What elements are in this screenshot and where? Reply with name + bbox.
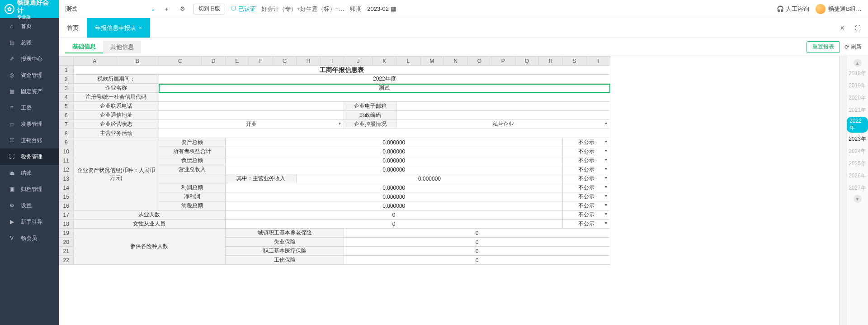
of-which-value[interactable]: 0.000000 bbox=[297, 174, 562, 183]
vertical-scrollbar[interactable] bbox=[839, 56, 846, 325]
col-header[interactable]: N bbox=[444, 57, 468, 66]
insurance-row-value[interactable]: 0 bbox=[344, 256, 610, 265]
col-header[interactable]: S bbox=[562, 57, 586, 66]
biz-status-select[interactable]: 开业 bbox=[159, 120, 344, 129]
disclose-select[interactable]: 不公示 bbox=[562, 156, 610, 165]
year-item[interactable]: 2027年 bbox=[849, 182, 866, 194]
asset-row-value[interactable]: 0.000000 bbox=[225, 165, 562, 174]
corner-cell[interactable] bbox=[59, 57, 74, 66]
year-item-current[interactable]: 2022年 bbox=[847, 117, 868, 133]
employee-count-label[interactable]: 从业人数 bbox=[73, 210, 225, 220]
verified-badge[interactable]: 🛡 已认证 bbox=[231, 5, 256, 13]
asset-row-label[interactable]: 净利润 bbox=[159, 192, 225, 201]
col-header[interactable]: G bbox=[273, 57, 297, 66]
row-header[interactable]: 12 bbox=[59, 165, 74, 174]
asset-row-value[interactable]: 0.000000 bbox=[225, 147, 562, 156]
disclose-select[interactable]: 不公示 bbox=[562, 210, 610, 220]
sidebar-item-reports[interactable]: ⇗报表中心 bbox=[0, 51, 59, 67]
company-name-input[interactable]: 测试 bbox=[159, 84, 610, 93]
year-item[interactable]: 2018年 bbox=[849, 68, 866, 79]
col-header[interactable]: K bbox=[373, 57, 396, 66]
subtab-other[interactable]: 其他信息 bbox=[103, 41, 141, 53]
col-header[interactable]: D bbox=[202, 57, 226, 66]
asset-row-label[interactable]: 负债总额 bbox=[159, 156, 225, 165]
user-menu[interactable]: 畅捷通B组… bbox=[816, 4, 862, 14]
sidebar-item-salary[interactable]: ≡工资 bbox=[0, 100, 59, 116]
close-tab-icon[interactable]: × bbox=[139, 25, 142, 31]
asset-row-label[interactable]: 纳税总额 bbox=[159, 201, 225, 210]
employee-count-value[interactable]: 0 bbox=[225, 210, 562, 220]
row-header[interactable]: 19 bbox=[59, 229, 74, 238]
disclose-select[interactable]: 不公示 bbox=[562, 147, 610, 156]
company-select[interactable]: 测试 ⌄ bbox=[65, 5, 156, 13]
col-header[interactable]: I bbox=[320, 57, 344, 66]
email-label[interactable]: 企业电子邮箱 bbox=[344, 102, 396, 111]
row-header[interactable]: 5 bbox=[59, 102, 74, 111]
asset-row-value[interactable]: 0.000000 bbox=[225, 201, 562, 210]
row-header[interactable]: 16 bbox=[59, 201, 74, 210]
row-header[interactable]: 8 bbox=[59, 129, 74, 138]
sidebar-item-stock[interactable]: ☷进销台账 bbox=[0, 132, 59, 148]
sheet-title[interactable]: 工商年报信息表 bbox=[73, 66, 610, 75]
col-header[interactable]: O bbox=[467, 57, 491, 66]
year-item[interactable]: 2019年 bbox=[849, 80, 866, 91]
col-header[interactable]: F bbox=[249, 57, 273, 66]
year-next-button[interactable]: ▼ bbox=[854, 195, 862, 203]
row-header[interactable]: 6 bbox=[59, 111, 74, 120]
disclose-select[interactable]: 不公示 bbox=[562, 220, 610, 229]
insurance-row-label[interactable]: 失业保险 bbox=[225, 238, 344, 247]
female-count-value[interactable]: 0 bbox=[225, 220, 562, 229]
addr-label[interactable]: 企业通信地址 bbox=[73, 111, 159, 120]
asset-row-empty[interactable] bbox=[159, 174, 225, 183]
phone-label[interactable]: 企业联系电话 bbox=[73, 102, 159, 111]
disclose-select[interactable]: 不公示 bbox=[562, 138, 610, 147]
refresh-button[interactable]: ⟳ 刷新 bbox=[844, 43, 862, 51]
col-header[interactable]: T bbox=[586, 57, 610, 66]
col-header[interactable]: H bbox=[297, 57, 321, 66]
row-header[interactable]: 20 bbox=[59, 238, 74, 247]
sidebar-item-guide[interactable]: ▶新手引导 bbox=[0, 214, 59, 230]
disclose-select[interactable]: 不公示 bbox=[562, 201, 610, 210]
col-header[interactable]: A bbox=[73, 57, 116, 66]
year-item[interactable]: 2021年 bbox=[849, 105, 866, 116]
year-item[interactable]: 2024年 bbox=[849, 146, 866, 157]
row-header[interactable]: 21 bbox=[59, 247, 74, 256]
postcode-input[interactable] bbox=[396, 111, 610, 120]
period-picker[interactable]: 2023-02 ▦ bbox=[367, 5, 396, 12]
female-count-label[interactable]: 女性从业人员 bbox=[73, 220, 225, 229]
row-header[interactable]: 2 bbox=[59, 75, 74, 84]
col-header[interactable]: R bbox=[539, 57, 563, 66]
insurance-row-label[interactable]: 工伤保险 bbox=[225, 256, 344, 265]
subtab-basic[interactable]: 基础信息 bbox=[65, 41, 103, 53]
asset-row-label[interactable]: 资产总额 bbox=[159, 138, 225, 147]
year-prev-button[interactable]: ▲ bbox=[854, 59, 862, 67]
asset-group-label[interactable]: 企业资产状况信息(币种：人民币万元) bbox=[73, 138, 159, 210]
col-header[interactable]: B bbox=[116, 57, 159, 66]
reset-report-button[interactable]: 重置报表 bbox=[807, 41, 840, 53]
row-header[interactable]: 14 bbox=[59, 183, 74, 192]
row-header[interactable]: 1 bbox=[59, 66, 74, 75]
year-item[interactable]: 2023年 bbox=[849, 134, 866, 145]
close-all-tabs-button[interactable]: ✕ bbox=[836, 22, 848, 34]
spreadsheet[interactable]: A B C D E F G H I J K L M bbox=[59, 56, 839, 325]
sidebar-item-funds[interactable]: ◎资金管理 bbox=[0, 67, 59, 83]
phone-input[interactable] bbox=[159, 102, 344, 111]
page-tab-home[interactable]: 首页 bbox=[59, 18, 87, 38]
row-header[interactable]: 18 bbox=[59, 220, 74, 229]
fullscreen-button[interactable]: ⛶ bbox=[852, 22, 863, 34]
col-header[interactable]: J bbox=[344, 57, 373, 66]
asset-row-value[interactable]: 0.000000 bbox=[225, 156, 562, 165]
postcode-label[interactable]: 邮政编码 bbox=[344, 111, 396, 120]
disclose-select[interactable]: 不公示 bbox=[562, 165, 610, 174]
row-header[interactable]: 13 bbox=[59, 174, 74, 183]
add-company-button[interactable]: ＋ bbox=[161, 4, 172, 14]
col-header[interactable]: L bbox=[396, 57, 420, 66]
switch-old-button[interactable]: 切到旧版 bbox=[193, 4, 225, 14]
insurance-row-value[interactable]: 0 bbox=[344, 229, 610, 238]
insurance-row-value[interactable]: 0 bbox=[344, 247, 610, 256]
row-header[interactable]: 22 bbox=[59, 256, 74, 265]
of-which-label[interactable]: 其中：主营业务收入 bbox=[225, 174, 297, 183]
holding-select[interactable]: 私营企业 bbox=[396, 120, 610, 129]
row-header[interactable]: 4 bbox=[59, 93, 74, 102]
disclose-select[interactable]: 不公示 bbox=[562, 192, 610, 201]
